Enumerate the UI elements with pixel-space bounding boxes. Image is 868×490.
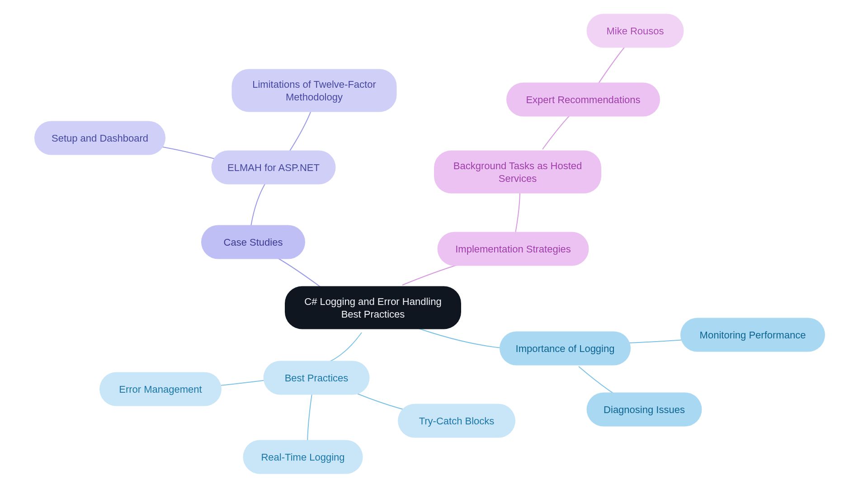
node-diagnosing[interactable]: Diagnosing Issues	[587, 393, 702, 427]
node-importance[interactable]: Importance of Logging	[500, 332, 631, 366]
node-center[interactable]: C# Logging and Error Handling Best Pract…	[285, 286, 461, 329]
node-elmah[interactable]: ELMAH for ASP.NET	[212, 151, 336, 185]
node-implstrategies[interactable]: Implementation Strategies	[438, 232, 589, 266]
label-setup: Setup and Dashboard	[52, 132, 148, 144]
label-casestudies: Case Studies	[224, 236, 283, 248]
node-monitoring[interactable]: Monitoring Performance	[680, 318, 825, 352]
label-realtime: Real-Time Logging	[261, 451, 344, 463]
label-trycatch: Try-Catch Blocks	[419, 414, 495, 427]
label-mike: Mike Rousos	[606, 24, 664, 37]
node-realtime[interactable]: Real-Time Logging	[243, 440, 363, 474]
node-limitations[interactable]: Limitations of Twelve-Factor Methodology	[232, 69, 397, 112]
label-center: C# Logging and Error Handling Best Pract…	[298, 295, 448, 320]
node-casestudies[interactable]: Case Studies	[201, 225, 305, 259]
node-errormgmt[interactable]: Error Management	[99, 372, 222, 406]
node-expert[interactable]: Expert Recommendations	[506, 83, 660, 117]
label-errormgmt: Error Management	[119, 383, 202, 395]
label-background: Background Tasks as Hosted Services	[448, 160, 588, 185]
node-mike[interactable]: Mike Rousos	[587, 14, 684, 48]
label-limitations: Limitations of Twelve-Factor Methodology	[245, 78, 383, 103]
label-bestpractices: Best Practices	[285, 371, 349, 384]
label-diagnosing: Diagnosing Issues	[604, 403, 685, 416]
label-expert: Expert Recommendations	[526, 93, 640, 106]
node-background[interactable]: Background Tasks as Hosted Services	[434, 151, 601, 194]
label-implstrategies: Implementation Strategies	[455, 243, 571, 255]
label-importance: Importance of Logging	[516, 342, 615, 355]
label-elmah: ELMAH for ASP.NET	[227, 161, 320, 174]
label-monitoring: Monitoring Performance	[700, 328, 806, 341]
node-bestpractices[interactable]: Best Practices	[264, 361, 370, 395]
node-trycatch[interactable]: Try-Catch Blocks	[398, 404, 515, 438]
node-setup[interactable]: Setup and Dashboard	[34, 121, 165, 155]
